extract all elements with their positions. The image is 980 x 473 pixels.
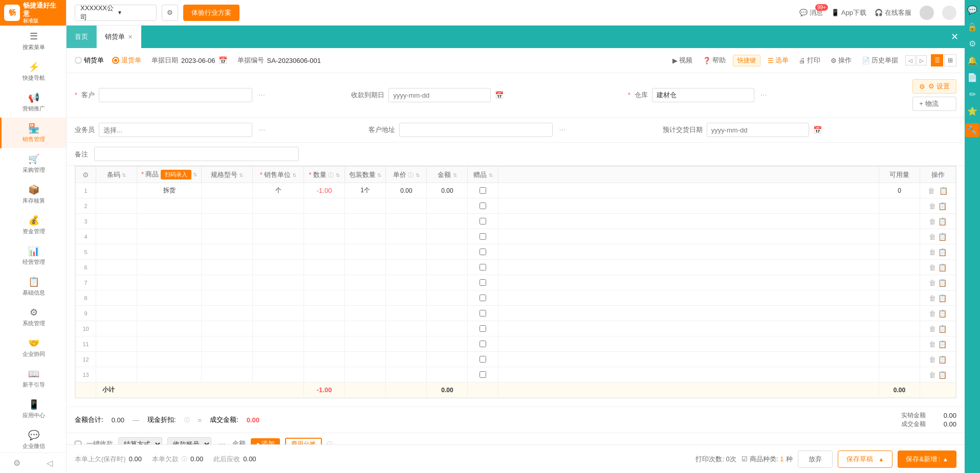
copy-icon[interactable]: 📋 xyxy=(937,202,948,210)
payment-account-select[interactable]: 收款账号 xyxy=(167,437,211,444)
choose-button[interactable]: ☰ 选单 xyxy=(765,56,792,65)
tab-home[interactable]: 首页 xyxy=(67,26,97,48)
qty-cell-1[interactable]: -1.00 xyxy=(304,183,345,198)
one-click-checkbox[interactable] xyxy=(75,441,81,445)
scan-button[interactable]: 扫码录入 xyxy=(161,170,191,179)
sidebar-item-purchase[interactable]: 🛒 采购管理 xyxy=(0,148,66,179)
return-order-radio[interactable]: 退货单 xyxy=(112,56,141,65)
delete-icon[interactable]: 🗑 xyxy=(928,217,937,226)
salesperson-input[interactable] xyxy=(99,123,252,137)
grid-view-icon[interactable]: ⊞ xyxy=(944,54,956,66)
column-settings-icon[interactable]: ⚙ xyxy=(82,171,89,179)
sidebar-item-system[interactable]: ⚙ 系统管理 xyxy=(0,302,66,332)
customer-address-more-icon[interactable]: ··· xyxy=(557,125,568,134)
video-button[interactable]: ▶ 视频 xyxy=(669,56,695,65)
sidebar-item-basic-info[interactable]: 📋 基础信息 xyxy=(0,271,66,302)
gift-checkbox[interactable] xyxy=(480,202,486,209)
delete-icon[interactable]: 🗑 xyxy=(928,279,937,287)
qty-info-icon[interactable]: ⓘ xyxy=(328,172,334,178)
settings-bottom-icon[interactable]: ⚙ xyxy=(13,458,20,468)
delete-icon[interactable]: 🗑 xyxy=(928,202,937,210)
gift-checkbox[interactable] xyxy=(480,218,486,224)
expense-split-button[interactable]: 费用分摊 xyxy=(285,438,322,445)
delivery-calendar-icon[interactable]: 📅 xyxy=(813,126,822,134)
delete-icon[interactable]: 🗑 xyxy=(928,233,937,241)
add-payment-button[interactable]: ● 添加 xyxy=(251,438,280,444)
save-new-arrow-icon[interactable]: ▲ xyxy=(939,456,948,462)
delivery-date-input[interactable] xyxy=(707,123,809,137)
operate-button[interactable]: ⚙ 操作 xyxy=(827,56,855,65)
barcode-cell-1[interactable] xyxy=(96,183,137,198)
delete-icon[interactable]: 🗑 xyxy=(928,340,937,348)
sidebar-item-enterprise[interactable]: 🤝 企业协同 xyxy=(0,332,66,363)
next-arrow[interactable]: ▷ xyxy=(917,55,927,65)
right-panel-lock-icon[interactable]: 🔒 xyxy=(967,22,977,32)
right-panel-bell-icon[interactable]: 🔔 xyxy=(967,56,977,65)
payment-more-icon[interactable]: ··· xyxy=(216,439,227,444)
copy-icon[interactable]: 📋 xyxy=(937,233,948,241)
copy-icon[interactable]: 📋 xyxy=(937,309,948,318)
close-icon[interactable]: ✕ xyxy=(128,34,133,40)
customer-input[interactable] xyxy=(99,88,252,102)
spec-cell-1[interactable] xyxy=(202,183,253,198)
delete-icon[interactable]: 🗑 xyxy=(928,355,937,364)
online-service-button[interactable]: 🎧 在线客服 xyxy=(875,8,911,17)
gift-checkbox[interactable] xyxy=(480,325,486,332)
list-view-icon[interactable]: ☰ xyxy=(931,54,943,66)
right-panel-edit-icon[interactable]: ✏ xyxy=(969,89,976,99)
sidebar-item-quick-nav[interactable]: ⚡ 快捷导航 xyxy=(0,56,66,87)
sidebar-item-sales[interactable]: 🏪 销售管理 xyxy=(0,118,66,148)
logistics-button[interactable]: + 物流 xyxy=(912,97,956,111)
delete-icon[interactable]: 🗑 xyxy=(928,263,937,272)
tab-sales-order[interactable]: 销货单 ✕ xyxy=(97,26,141,48)
gift-checkbox[interactable] xyxy=(480,264,486,271)
right-panel-chat-icon[interactable]: 💬 xyxy=(967,5,977,15)
topbar-settings-button[interactable]: ⚙ xyxy=(162,5,178,21)
warehouse-more-icon[interactable]: ··· xyxy=(758,91,769,100)
delete-icon[interactable]: 🗑 xyxy=(928,248,937,256)
message-button[interactable]: 💬 消息 99+ xyxy=(799,8,823,17)
sidebar-item-search[interactable]: ☰ 搜索菜单 xyxy=(0,26,66,56)
save-draft-arrow-icon[interactable]: ▲ xyxy=(875,456,884,462)
company-selector[interactable]: XXXXXX公司 ▼ xyxy=(75,5,157,21)
delete-icon[interactable]: 🗑 xyxy=(928,325,937,333)
remark-cell-1[interactable] xyxy=(498,183,879,198)
gift-checkbox[interactable] xyxy=(480,356,486,363)
price-info-icon[interactable]: ⓘ xyxy=(408,172,413,178)
sidebar-item-inventory[interactable]: 📦 库存核算 xyxy=(0,179,66,210)
abandon-button[interactable]: 放弃 xyxy=(798,451,833,468)
gift-checkbox[interactable] xyxy=(480,249,486,255)
salesperson-more-icon[interactable]: ··· xyxy=(256,125,267,134)
right-panel-star-icon[interactable]: ⭐ xyxy=(967,106,977,116)
product-cell-1[interactable]: 拆货 xyxy=(137,183,202,198)
customer-more-icon[interactable]: ··· xyxy=(256,91,267,100)
delete-icon[interactable]: 🗑 xyxy=(928,371,937,379)
copy-icon[interactable]: 📋 xyxy=(937,355,948,364)
note-input[interactable] xyxy=(94,147,299,161)
copy-icon[interactable]: 📋 xyxy=(937,217,948,226)
copy-icon[interactable]: 📋 xyxy=(937,340,948,348)
copy-icon[interactable]: 📋 xyxy=(937,248,948,256)
discount-info-icon[interactable]: ⓘ xyxy=(184,416,190,424)
shortcut-button[interactable]: 快捷键 xyxy=(733,55,760,66)
delete-icon[interactable]: 🗑 xyxy=(928,309,937,318)
copy-icon[interactable]: 📋 xyxy=(938,187,949,195)
sidebar-item-app-center[interactable]: 📱 应用中心 xyxy=(0,394,66,424)
collapse-icon[interactable]: ◁ xyxy=(47,458,53,468)
right-panel-active-icon[interactable]: 🔧 xyxy=(965,123,979,137)
sidebar-item-wechat[interactable]: 💬 企业微信 xyxy=(0,424,66,453)
delete-icon[interactable]: 🗑 xyxy=(927,187,936,195)
goods-type-checkbox[interactable]: ☑ xyxy=(742,455,748,463)
amount-cell-1[interactable]: 0.00 xyxy=(427,183,468,198)
trial-button[interactable]: 体验行业方案 xyxy=(183,5,239,21)
customer-address-input[interactable] xyxy=(399,123,553,137)
gift-checkbox[interactable] xyxy=(480,233,486,240)
copy-icon[interactable]: 📋 xyxy=(937,294,948,302)
owe-info-icon[interactable]: ⓘ xyxy=(182,455,187,463)
copy-icon[interactable]: 📋 xyxy=(937,279,948,287)
app-download-button[interactable]: 📱 App下载 xyxy=(831,8,866,17)
payment-due-calendar-icon[interactable]: 📅 xyxy=(495,91,504,99)
delete-icon[interactable]: 🗑 xyxy=(928,294,937,302)
avatar[interactable] xyxy=(920,6,934,20)
sidebar-item-marketing[interactable]: 📢 营销推广 xyxy=(0,87,66,118)
